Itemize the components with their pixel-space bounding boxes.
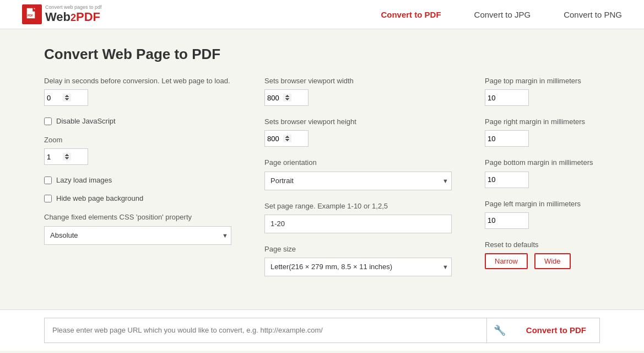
bottom-margin-group: Page bottom margin in millimeters [485, 158, 644, 188]
page-title: Convert Web Page to PDF [44, 46, 600, 63]
viewport-height-input-wrap [264, 130, 309, 147]
disable-js-row: Disable JavaScript [44, 117, 231, 125]
css-position-label: Change fixed elements CSS 'position' pro… [44, 212, 231, 222]
orientation-select-wrap: Portrait Landscape ▼ [264, 172, 452, 190]
page-range-input[interactable] [264, 215, 452, 233]
css-position-select-wrap: Absolute Relative Fixed Static ▼ [44, 226, 231, 245]
zoom-label: Zoom [44, 135, 231, 145]
wrench-icon: 🔧 [494, 324, 506, 336]
orientation-select[interactable]: Portrait Landscape [264, 172, 452, 190]
left-margin-label: Page left margin in millimeters [485, 199, 644, 209]
top-margin-input-wrap [485, 89, 529, 106]
lazy-load-label: Lazy load images [56, 176, 112, 184]
wrench-button[interactable]: 🔧 [486, 318, 513, 343]
top-margin-input[interactable] [485, 93, 514, 103]
reset-defaults-group: Reset to defaults Narrow Wide [485, 240, 644, 269]
page-size-group: Page size Letter(216 × 279 mm, 8.5 × 11 … [264, 244, 452, 276]
bottom-margin-input-wrap [485, 172, 529, 188]
delay-label: Delay in seconds before conversion. Let … [44, 76, 231, 86]
logo-area: PDF Convert web pages to pdf Web2PDF [22, 4, 102, 24]
left-margin-group: Page left margin in millimeters [485, 199, 644, 229]
hide-bg-label: Hide web page background [56, 194, 143, 202]
svg-text:PDF: PDF [28, 14, 33, 17]
page-size-label: Page size [264, 244, 452, 254]
lazy-load-checkbox[interactable] [44, 176, 52, 184]
css-position-field-group: Change fixed elements CSS 'position' pro… [44, 212, 231, 244]
viewport-width-group: Sets browser viewport width [264, 76, 452, 106]
css-position-select[interactable]: Absolute Relative Fixed Static [44, 226, 231, 245]
main-content: Convert Web Page to PDF Delay in seconds… [0, 29, 644, 298]
top-margin-group: Page top margin in millimeters [485, 76, 644, 106]
delay-field-group: Delay in seconds before conversion. Let … [44, 76, 231, 106]
top-margin-label: Page top margin in millimeters [485, 76, 644, 86]
page-range-group: Set page range. Example 1-10 or 1,2,5 [264, 201, 452, 233]
nav-convert-jpg[interactable]: Convert to JPG [474, 10, 531, 19]
url-input[interactable] [44, 318, 486, 343]
viewport-height-group: Sets browser viewport height [264, 117, 452, 147]
orientation-group: Page orientation Portrait Landscape ▼ [264, 158, 452, 190]
hide-bg-checkbox[interactable] [44, 195, 52, 202]
delay-input-wrap [44, 89, 88, 106]
viewport-width-input-wrap [264, 89, 309, 106]
left-column: Delay in seconds before conversion. Let … [44, 76, 231, 256]
nav-convert-png[interactable]: Convert to PNG [564, 10, 622, 19]
viewport-height-label: Sets browser viewport height [264, 117, 452, 127]
logo-icon: PDF [22, 4, 42, 24]
orientation-label: Page orientation [264, 158, 452, 168]
left-margin-input-wrap [485, 212, 529, 229]
reset-defaults-label: Reset to defaults [485, 240, 644, 250]
page-size-select-wrap: Letter(216 × 279 mm, 8.5 × 11 inches) A4… [264, 258, 452, 276]
convert-button[interactable]: Convert to PDF [513, 318, 600, 343]
page-range-label: Set page range. Example 1-10 or 1,2,5 [264, 201, 452, 211]
disable-js-checkbox[interactable] [44, 117, 52, 125]
zoom-input-wrap [44, 148, 88, 165]
bottom-bar: 🔧 Convert to PDF [0, 309, 644, 351]
right-margin-input-wrap [485, 130, 529, 147]
narrow-button[interactable]: Narrow [485, 253, 528, 269]
logo-main-text: Web2PDF [45, 10, 102, 24]
hide-bg-row: Hide web page background [44, 194, 231, 202]
zoom-input[interactable] [45, 152, 73, 162]
disable-js-label: Disable JavaScript [56, 117, 116, 125]
form-grid: Delay in seconds before conversion. Let … [44, 76, 600, 287]
reset-buttons: Narrow Wide [485, 253, 644, 269]
header: PDF Convert web pages to pdf Web2PDF Con… [0, 0, 644, 29]
viewport-width-input[interactable] [265, 93, 294, 103]
right-margin-label: Page right margin in millimeters [485, 117, 644, 127]
left-margin-input[interactable] [485, 215, 514, 226]
bottom-margin-input[interactable] [485, 174, 514, 185]
zoom-field-group: Zoom [44, 135, 231, 165]
right-column: Page top margin in millimeters Page righ… [485, 76, 644, 280]
viewport-height-input[interactable] [265, 133, 294, 144]
delay-input[interactable] [45, 93, 73, 103]
nav-links: Convert to PDF Convert to JPG Convert to… [381, 10, 622, 19]
viewport-width-label: Sets browser viewport width [264, 76, 452, 86]
logo-tagline: Convert web pages to pdf [45, 4, 102, 10]
lazy-load-row: Lazy load images [44, 176, 231, 184]
right-margin-input[interactable] [485, 133, 514, 144]
wide-button[interactable]: Wide [534, 253, 571, 269]
middle-column: Sets browser viewport width Sets browser… [264, 76, 452, 287]
nav-convert-pdf[interactable]: Convert to PDF [381, 10, 441, 19]
bottom-margin-label: Page bottom margin in millimeters [485, 158, 644, 168]
page-size-select[interactable]: Letter(216 × 279 mm, 8.5 × 11 inches) A4… [264, 258, 452, 276]
right-margin-group: Page right margin in millimeters [485, 117, 644, 147]
logo-text-area: Convert web pages to pdf Web2PDF [45, 4, 102, 24]
